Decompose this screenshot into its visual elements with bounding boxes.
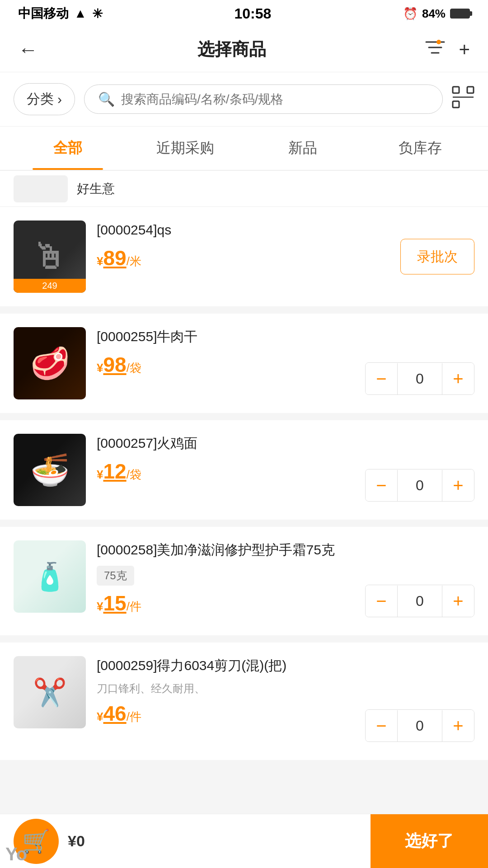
price-symbol: ¥: [97, 600, 103, 614]
price-number: 15: [103, 591, 126, 615]
price-number: 46: [103, 701, 126, 726]
qty-increase-button[interactable]: +: [442, 710, 474, 741]
top-nav: ← 选择商品 +: [0, 27, 488, 72]
price-symbol: ¥: [97, 254, 103, 268]
product-list: 🖱 249 [0000254]qs ¥ 89 /米 录批次 🥩 [0000255…: [0, 207, 488, 760]
price-unit: /袋: [127, 360, 141, 376]
search-icon: 🔍: [98, 91, 115, 107]
product-tag: 75克: [97, 566, 134, 586]
qty-value: 0: [397, 710, 442, 741]
qty-decrease-button[interactable]: −: [366, 469, 397, 501]
scissors-image: ✂️: [14, 656, 86, 728]
product-thumb: 🧴: [14, 540, 86, 613]
cart-section: 🛒 ¥0: [0, 819, 371, 864]
product-thumb: 🖱 249: [14, 221, 86, 293]
beef-image: 🥩: [14, 327, 86, 399]
qty-decrease-button[interactable]: −: [366, 363, 397, 394]
search-input-wrap: 🔍: [84, 84, 443, 114]
price-unit: /件: [127, 709, 141, 725]
partial-product-item: 好生意: [0, 171, 488, 207]
mouse-badge: 249: [14, 279, 86, 293]
price-symbol: ¥: [97, 710, 103, 724]
alarm-icon: ⏰: [403, 7, 418, 21]
qty-value: 0: [397, 470, 442, 501]
qty-value: 0: [397, 586, 442, 617]
add-button[interactable]: +: [459, 39, 470, 61]
product-name: [0000257]火鸡面: [97, 434, 474, 453]
svg-rect-4: [453, 87, 459, 93]
filter-tabs: 全部 近期采购 新品 负库存: [0, 127, 488, 171]
noodles-image: 🍜: [14, 434, 86, 506]
handcream-image: 🧴: [14, 540, 86, 613]
price-unit: /件: [127, 599, 141, 615]
tab-negative-stock[interactable]: 负库存: [361, 127, 479, 170]
product-name: [0000259]得力6034剪刀(混)(把): [97, 656, 474, 675]
battery-label: 84%: [422, 7, 446, 21]
filter-icon[interactable]: [425, 38, 445, 61]
search-section: 分类 › 🔍: [0, 72, 488, 127]
list-item: ✂️ [0000259]得力6034剪刀(混)(把) 刀口锋利、经久耐用、 ¥ …: [0, 643, 488, 760]
category-label: 分类: [27, 90, 54, 108]
scan-button[interactable]: [452, 86, 474, 113]
product-thumb: 🥩: [14, 327, 86, 399]
price-symbol: ¥: [97, 361, 103, 375]
list-item: 🖱 249 [0000254]qs ¥ 89 /米 录批次: [0, 207, 488, 306]
price-unit: /袋: [127, 467, 141, 483]
tab-recent[interactable]: 近期采购: [127, 127, 244, 170]
price-number: 89: [103, 246, 126, 270]
svg-rect-6: [453, 101, 459, 108]
bottom-bar: 🛒 ¥0 选好了 Yo: [0, 814, 488, 868]
yo-label: Yo: [0, 842, 33, 866]
tab-all[interactable]: 全部: [9, 127, 127, 170]
product-name: [0000254]qs: [97, 221, 474, 239]
quantity-control: − 0 +: [365, 469, 474, 502]
partial-product-name: 好生意: [77, 180, 115, 197]
list-item: 🍜 [0000257]火鸡面 ¥ 12 /袋 − 0 +: [0, 420, 488, 520]
qty-increase-button[interactable]: +: [442, 469, 474, 501]
qty-value: 0: [397, 363, 442, 394]
battery-icon: [450, 9, 470, 19]
price-number: 12: [103, 459, 126, 483]
qty-increase-button[interactable]: +: [442, 363, 474, 394]
list-item: 🧴 [0000258]美加净滋润修护型护手霜75克 75克 ¥ 15 /件 − …: [0, 527, 488, 635]
status-time: 10:58: [234, 5, 271, 22]
product-name: [0000255]牛肉干: [97, 327, 474, 346]
quantity-control: − 0 +: [365, 585, 474, 617]
wifi-icon: ▲: [74, 6, 87, 21]
signal-icon: ✳: [92, 6, 103, 21]
product-thumb: 🍜: [14, 434, 86, 506]
product-name: [0000258]美加净滋润修护型护手霜75克: [97, 540, 474, 559]
carrier-label: 中国移动: [18, 5, 69, 22]
qty-decrease-button[interactable]: −: [366, 710, 397, 741]
quantity-control: − 0 +: [365, 362, 474, 395]
price-symbol: ¥: [97, 468, 103, 482]
batch-button[interactable]: 录批次: [400, 239, 474, 275]
partial-thumb: [14, 175, 68, 202]
list-item: 🥩 [0000255]牛肉干 ¥ 98 /袋 − 0 +: [0, 314, 488, 413]
status-bar: 中国移动 ▲ ✳ 10:58 ⏰ 84%: [0, 0, 488, 27]
price-unit: /米: [127, 253, 141, 269]
nav-actions: +: [425, 38, 470, 61]
product-desc: 刀口锋利、经久耐用、: [97, 681, 474, 696]
qty-increase-button[interactable]: +: [442, 585, 474, 617]
mouse-image: 🖱 249: [14, 221, 86, 293]
qty-decrease-button[interactable]: −: [366, 585, 397, 617]
status-left: 中国移动 ▲ ✳: [18, 5, 103, 22]
page-title: 选择商品: [197, 38, 266, 61]
quantity-control: − 0 +: [365, 709, 474, 742]
tab-new[interactable]: 新品: [244, 127, 361, 170]
cart-total: ¥0: [68, 832, 85, 850]
svg-point-3: [436, 40, 441, 44]
category-button[interactable]: 分类 ›: [14, 83, 75, 115]
back-button[interactable]: ←: [18, 38, 38, 61]
category-arrow-icon: ›: [57, 92, 62, 107]
status-right: ⏰ 84%: [403, 7, 470, 21]
confirm-button[interactable]: 选好了: [371, 814, 488, 868]
price-number: 98: [103, 352, 126, 377]
search-input[interactable]: [121, 92, 429, 107]
product-thumb: ✂️: [14, 656, 86, 728]
svg-rect-5: [467, 87, 474, 93]
